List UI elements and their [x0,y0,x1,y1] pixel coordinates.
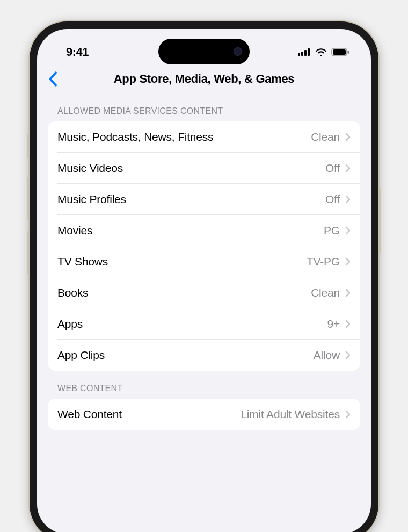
row-music-videos[interactable]: Music Videos Off [48,153,360,184]
row-value: PG [324,224,340,237]
row-apps[interactable]: Apps 9+ [48,308,360,340]
section-header: WEB CONTENT [48,371,360,399]
row-music-profiles[interactable]: Music Profiles Off [48,184,360,215]
list-group-web: Web Content Limit Adult Websites [48,399,360,430]
row-label: TV Shows [57,255,307,268]
row-value: Clean [311,286,340,299]
row-label: Web Content [57,408,241,421]
row-web-content[interactable]: Web Content Limit Adult Websites [48,399,360,430]
status-time: 9:41 [66,45,89,59]
chevron-right-icon [345,133,351,141]
row-tv-shows[interactable]: TV Shows TV-PG [48,246,360,277]
chevron-right-icon [345,226,351,235]
svg-rect-2 [304,50,307,56]
side-button [27,177,30,220]
row-label: App Clips [57,349,314,362]
row-value: Allow [314,349,340,362]
row-value: TV-PG [307,255,340,268]
chevron-right-icon [345,289,351,297]
svg-rect-5 [333,49,346,55]
screen: 9:41 [37,29,371,532]
row-label: Music Videos [57,162,325,175]
side-button [27,231,30,274]
row-app-clips[interactable]: App Clips Allow [48,340,360,371]
row-value: Limit Adult Websites [241,408,340,421]
row-label: Movies [57,224,324,237]
wifi-icon [315,48,327,56]
camera-icon [234,47,242,56]
row-movies[interactable]: Movies PG [48,215,360,246]
row-label: Apps [57,318,327,330]
row-music-podcasts[interactable]: Music, Podcasts, News, Fitness Clean [48,121,360,153]
row-value: Off [325,162,340,175]
section-header: ALLOWED MEDIA SERVICES CONTENT [48,94,360,121]
chevron-right-icon [345,410,351,419]
chevron-right-icon [345,351,351,360]
row-books[interactable]: Books Clean [48,277,360,308]
status-icons [298,48,349,56]
svg-rect-3 [308,48,310,56]
cellular-icon [298,48,311,56]
row-label: Books [57,286,311,299]
list-group-media: Music, Podcasts, News, Fitness Clean Mus… [48,121,360,371]
row-value: Clean [311,131,340,143]
side-button [27,134,30,158]
chevron-right-icon [345,257,351,266]
svg-rect-0 [298,53,300,56]
svg-rect-6 [348,51,349,54]
row-value: 9+ [327,318,340,330]
phone-frame: 9:41 [30,21,378,532]
row-value: Off [325,193,340,206]
row-label: Music, Podcasts, News, Fitness [57,131,311,143]
svg-rect-1 [301,52,303,56]
chevron-right-icon [345,320,351,328]
dynamic-island [158,39,250,64]
battery-icon [331,48,349,56]
chevron-right-icon [345,195,351,204]
back-button[interactable] [48,71,57,87]
chevron-right-icon [345,164,351,172]
settings-content: ALLOWED MEDIA SERVICES CONTENT Music, Po… [37,94,371,430]
nav-bar: App Store, Media, Web, & Games [37,67,371,94]
row-label: Music Profiles [57,193,325,206]
page-title: App Store, Media, Web, & Games [48,72,360,86]
side-button [378,188,381,253]
